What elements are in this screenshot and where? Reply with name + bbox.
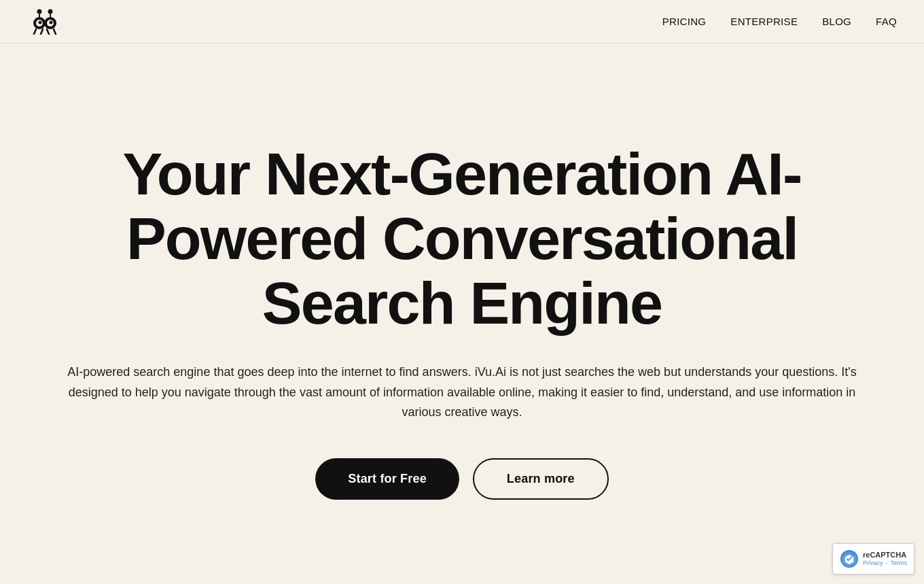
recaptcha-privacy[interactable]: Privacy <box>863 560 883 568</box>
recaptcha-label: reCAPTCHA <box>863 550 907 560</box>
start-for-free-button[interactable]: Start for Free <box>315 458 459 500</box>
nav-item-enterprise[interactable]: ENTERPRISE <box>730 16 798 28</box>
logo-icon <box>27 8 63 35</box>
hero-description: AI-powered search engine that goes deep … <box>54 362 870 423</box>
navbar: PRICING ENTERPRISE BLOG FAQ <box>0 0 924 44</box>
hero-buttons: Start for Free Learn more <box>315 458 608 500</box>
recaptcha-text: reCAPTCHA Privacy - Terms <box>863 550 907 568</box>
nav-link-enterprise[interactable]: ENTERPRISE <box>730 16 798 27</box>
svg-point-6 <box>39 20 42 24</box>
nav-links: PRICING ENTERPRISE BLOG FAQ <box>662 16 897 28</box>
recaptcha-separator: - <box>886 560 888 568</box>
recaptcha-links: Privacy - Terms <box>863 560 907 568</box>
svg-point-0 <box>37 9 42 14</box>
logo[interactable] <box>27 8 63 35</box>
nav-link-faq[interactable]: FAQ <box>876 16 897 27</box>
svg-point-7 <box>50 20 53 24</box>
recaptcha-terms[interactable]: Terms <box>891 560 908 568</box>
nav-link-pricing[interactable]: PRICING <box>662 16 707 27</box>
nav-item-blog[interactable]: BLOG <box>822 16 851 28</box>
learn-more-button[interactable]: Learn more <box>473 458 609 500</box>
recaptcha-badge: reCAPTCHA Privacy - Terms <box>832 543 914 574</box>
recaptcha-icon <box>840 549 859 568</box>
hero-section: Your Next-Generation AI-Powered Conversa… <box>0 44 924 584</box>
nav-link-blog[interactable]: BLOG <box>822 16 851 27</box>
svg-point-1 <box>48 9 53 14</box>
nav-item-faq[interactable]: FAQ <box>876 16 897 28</box>
hero-title: Your Next-Generation AI-Powered Conversa… <box>54 141 870 335</box>
nav-item-pricing[interactable]: PRICING <box>662 16 707 28</box>
